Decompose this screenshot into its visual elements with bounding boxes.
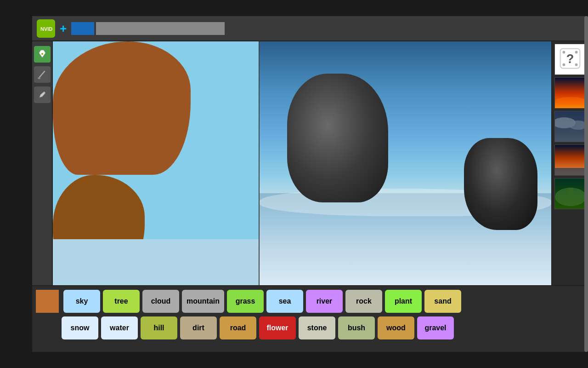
thumbnail-4[interactable] bbox=[554, 178, 586, 209]
water-drawn bbox=[53, 239, 259, 285]
add-button[interactable]: + bbox=[60, 23, 67, 34]
svg-text:NVIDIA: NVIDIA bbox=[40, 26, 52, 32]
photo-rock-right bbox=[464, 138, 537, 230]
labels-area: sky tree cloud mountain grass sea river … bbox=[32, 285, 588, 352]
label-hill[interactable]: hill bbox=[141, 316, 177, 339]
svg-rect-25 bbox=[568, 188, 573, 201]
toolbar: NVIDIA + bbox=[32, 16, 588, 41]
tools-panel bbox=[32, 41, 53, 285]
drawing-canvas[interactable] bbox=[53, 41, 260, 285]
label-tree[interactable]: tree bbox=[103, 290, 140, 313]
svg-point-3 bbox=[41, 53, 43, 55]
label-river[interactable]: river bbox=[306, 290, 343, 313]
labels-row-2: snow water hill dirt road flower stone b… bbox=[62, 316, 588, 339]
labels-row-1: sky tree cloud mountain grass sea river … bbox=[36, 290, 588, 313]
svg-point-14 bbox=[575, 63, 578, 66]
color-swatch[interactable] bbox=[36, 290, 59, 313]
svg-line-4 bbox=[39, 71, 45, 78]
label-sea[interactable]: sea bbox=[266, 290, 303, 313]
label-dirt[interactable]: dirt bbox=[180, 316, 217, 339]
scrollbar[interactable] bbox=[584, 41, 588, 285]
thumbnail-panel: ? bbox=[551, 41, 588, 285]
svg-rect-22 bbox=[555, 168, 586, 176]
label-road[interactable]: road bbox=[220, 316, 256, 339]
generated-image bbox=[260, 41, 551, 285]
label-flower[interactable]: flower bbox=[259, 316, 296, 339]
label-mountain[interactable]: mountain bbox=[182, 290, 224, 313]
svg-point-17 bbox=[556, 97, 585, 104]
svg-text:?: ? bbox=[566, 52, 574, 66]
thumbnail-2[interactable] bbox=[554, 111, 586, 142]
pencil-tool[interactable] bbox=[34, 86, 51, 103]
svg-point-12 bbox=[563, 51, 565, 54]
label-stone[interactable]: stone bbox=[299, 316, 335, 339]
label-grass[interactable]: grass bbox=[227, 290, 264, 313]
label-sand[interactable]: sand bbox=[424, 290, 461, 313]
label-gravel[interactable]: gravel bbox=[417, 316, 454, 339]
thumbnail-1[interactable] bbox=[554, 77, 586, 109]
svg-point-15 bbox=[563, 63, 565, 66]
label-cloud[interactable]: cloud bbox=[142, 290, 179, 313]
label-sky[interactable]: sky bbox=[63, 290, 100, 313]
progress-track bbox=[96, 22, 225, 35]
svg-point-5 bbox=[38, 77, 40, 79]
label-plant[interactable]: plant bbox=[385, 290, 422, 313]
random-thumbnail[interactable]: ? bbox=[554, 44, 586, 75]
photo-output bbox=[260, 41, 551, 285]
label-wood[interactable]: wood bbox=[378, 316, 414, 339]
label-snow[interactable]: snow bbox=[62, 316, 98, 339]
thumbnail-3[interactable] bbox=[554, 144, 586, 176]
svg-marker-6 bbox=[40, 92, 45, 98]
main-content: ? bbox=[32, 41, 588, 285]
hill-shape-left bbox=[53, 41, 191, 175]
progress-bar bbox=[71, 22, 225, 35]
paint-bucket-tool[interactable] bbox=[34, 46, 51, 63]
label-bush[interactable]: bush bbox=[338, 316, 375, 339]
label-water[interactable]: water bbox=[101, 316, 138, 339]
progress-fill bbox=[71, 22, 94, 35]
photo-rock-left bbox=[287, 74, 388, 202]
label-rock[interactable]: rock bbox=[345, 290, 382, 313]
brush-tool[interactable] bbox=[34, 66, 51, 83]
svg-point-13 bbox=[575, 51, 578, 54]
nvidia-logo-icon: NVIDIA bbox=[37, 19, 55, 38]
